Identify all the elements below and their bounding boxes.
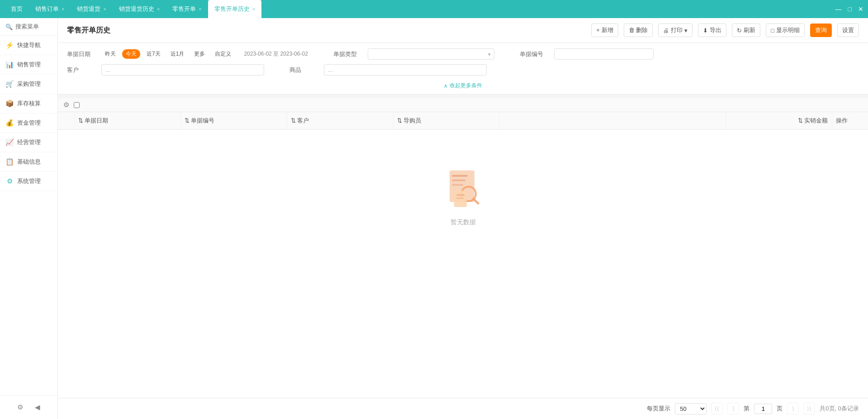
sidebar-item-purchase-mgmt[interactable]: 🛒 采购管理 bbox=[0, 75, 57, 94]
doc-no-input[interactable] bbox=[554, 48, 654, 60]
svg-rect-7 bbox=[456, 194, 465, 196]
total-info: 共0页, 0条记录 bbox=[820, 405, 859, 413]
search-icon: 🔍 bbox=[5, 24, 13, 30]
sales-mgmt-icon: 📊 bbox=[5, 61, 14, 69]
page-title: 零售开单历史 bbox=[67, 26, 110, 35]
sidebar-item-ops-mgmt-label: 经营管理 bbox=[17, 138, 41, 146]
th-amount[interactable]: ⇅ 实销金额 bbox=[726, 112, 832, 130]
sidebar-item-ops-mgmt[interactable]: 📈 经营管理 bbox=[0, 133, 57, 152]
date-btn-1month[interactable]: 近1月 bbox=[167, 49, 188, 59]
tab-sales-order-close[interactable]: × bbox=[62, 6, 64, 12]
tab-sales-return[interactable]: 销货退货 × bbox=[71, 0, 112, 18]
last-page-button[interactable]: ⟩⟩ bbox=[803, 403, 815, 414]
date-btn-custom[interactable]: 自定义 bbox=[211, 49, 235, 59]
close-icon[interactable]: ✕ bbox=[858, 5, 863, 13]
sidebar: 🔍 搜索菜单 ⚡ 快捷导航 📊 销售管理 🛒 采购管理 📦 库存核算 💰 资金管… bbox=[0, 18, 58, 419]
th-doc-no[interactable]: ⇅ 单据编号 bbox=[180, 112, 287, 130]
table-settings-icon[interactable]: ⚙ bbox=[63, 101, 69, 109]
tab-sales-order[interactable]: 销售订单 × bbox=[29, 0, 71, 18]
sidebar-settings-icon[interactable]: ⚙ bbox=[14, 401, 27, 414]
date-btn-yesterday[interactable]: 昨天 bbox=[101, 49, 119, 59]
goods-select-btn[interactable]: ... bbox=[324, 64, 487, 75]
date-btn-7days[interactable]: 近7天 bbox=[143, 49, 164, 59]
delete-button[interactable]: 🗑 删除 bbox=[624, 24, 653, 37]
print-arrow-icon: ▾ bbox=[684, 27, 688, 34]
query-button[interactable]: 查询 bbox=[810, 24, 832, 37]
display-detail-button[interactable]: □ 显示明细 bbox=[766, 24, 805, 37]
current-page-input[interactable]: 1 bbox=[754, 404, 772, 414]
select-all-checkbox[interactable] bbox=[74, 102, 80, 108]
date-btn-today[interactable]: 今天 bbox=[122, 49, 140, 59]
display-detail-label: 显示明细 bbox=[776, 26, 800, 34]
collapse-bar[interactable]: ∧ 收起更多条件 bbox=[67, 80, 859, 90]
svg-line-5 bbox=[474, 199, 478, 203]
first-page-button[interactable]: ⟨⟨ bbox=[711, 403, 723, 414]
tab-sales-return-label: 销货退货 bbox=[77, 5, 100, 13]
print-button[interactable]: 🖨 打印 ▾ bbox=[658, 24, 693, 37]
maximize-icon[interactable]: □ bbox=[848, 5, 852, 13]
tab-retail-open-history[interactable]: 零售开单历史 × bbox=[208, 0, 261, 18]
next-page-button[interactable]: ⟩ bbox=[787, 403, 799, 414]
th-doc-date[interactable]: ⇅ 单据日期 bbox=[74, 112, 180, 130]
sidebar-item-basic-info[interactable]: 📋 基础信息 bbox=[0, 152, 57, 172]
date-filter-label: 单据日期 bbox=[67, 50, 94, 58]
sidebar-item-quick-nav[interactable]: ⚡ 快捷导航 bbox=[0, 36, 57, 55]
toolbar: + 新增 🗑 删除 🖨 打印 ▾ ⬇ 导出 ↻ 刷新 □ 显示明细 bbox=[591, 24, 859, 37]
refresh-button[interactable]: ↻ 刷新 bbox=[732, 24, 760, 37]
date-btn-more[interactable]: 更多 bbox=[190, 49, 209, 59]
svg-rect-8 bbox=[456, 198, 463, 199]
prev-page-button[interactable]: ⟨ bbox=[727, 403, 739, 414]
data-table: ⇅ 单据日期 ⇅ 单据编号 ⇅ 客户 ⇅ 导购员 bbox=[58, 112, 868, 130]
minimize-icon[interactable]: — bbox=[835, 5, 842, 13]
th-doc-no-label: ⇅ 单据编号 bbox=[185, 117, 215, 124]
finance-icon: 💰 bbox=[5, 119, 14, 127]
doc-type-select[interactable] bbox=[368, 48, 494, 60]
sidebar-item-finance[interactable]: 💰 资金管理 bbox=[0, 113, 57, 133]
th-empty bbox=[499, 112, 726, 130]
tab-retail-open-close[interactable]: × bbox=[199, 6, 201, 12]
display-detail-icon: □ bbox=[771, 27, 774, 34]
tab-retail-open[interactable]: 零售开单 × bbox=[166, 0, 208, 18]
export-button[interactable]: ⬇ 导出 bbox=[698, 24, 726, 37]
sidebar-item-inventory-label: 库存核算 bbox=[17, 99, 41, 108]
print-label: 打印 bbox=[671, 26, 683, 34]
tab-sales-order-label: 销售订单 bbox=[35, 5, 59, 13]
goods-filter-label: 商品 bbox=[289, 66, 317, 74]
th-checkbox bbox=[58, 112, 74, 130]
refresh-label: 刷新 bbox=[744, 26, 755, 34]
page-suffix-label: 页 bbox=[777, 405, 783, 413]
customer-filter-label: 客户 bbox=[67, 66, 94, 74]
collapse-icon: ∧ bbox=[444, 83, 448, 89]
ops-mgmt-icon: 📈 bbox=[5, 138, 14, 146]
svg-rect-2 bbox=[452, 179, 465, 181]
svg-rect-3 bbox=[452, 184, 463, 186]
table-toolbar: ⚙ bbox=[58, 98, 868, 112]
customer-select-btn[interactable]: ... bbox=[101, 64, 264, 75]
tab-sales-return-history[interactable]: 销货退货历史 × bbox=[113, 0, 166, 18]
add-button[interactable]: + 新增 bbox=[591, 24, 618, 37]
th-customer[interactable]: ⇅ 客户 bbox=[287, 112, 393, 130]
pagination: 每页显示 50 100 200 ⟨⟨ ⟨ 第 1 页 ⟩ ⟩⟩ 共0页, 0条记… bbox=[58, 398, 868, 419]
tab-sales-return-history-close[interactable]: × bbox=[157, 6, 160, 12]
sidebar-item-sales-mgmt[interactable]: 📊 销售管理 bbox=[0, 55, 57, 75]
doc-type-select-wrapper bbox=[368, 48, 494, 60]
page-header: 零售开单历史 + 新增 🗑 删除 🖨 打印 ▾ ⬇ 导出 ↻ 刷新 bbox=[58, 18, 868, 43]
empty-text: 暂无数据 bbox=[451, 218, 476, 226]
settings-button[interactable]: 设置 bbox=[837, 24, 859, 37]
per-page-select[interactable]: 50 100 200 bbox=[675, 403, 707, 414]
top-tabbar: 首页 销售订单 × 销货退货 × 销货退货历史 × 零售开单 × 零售开单历史 … bbox=[0, 0, 868, 18]
tab-sales-return-close[interactable]: × bbox=[103, 6, 106, 12]
inventory-icon: 📦 bbox=[5, 99, 14, 108]
sidebar-item-inventory[interactable]: 📦 库存核算 bbox=[0, 94, 57, 113]
tab-home[interactable]: 首页 bbox=[5, 0, 29, 18]
sidebar-search[interactable]: 🔍 搜索菜单 bbox=[0, 18, 57, 36]
filter-area: 单据日期 昨天 今天 近7天 近1月 更多 自定义 2023-06-02 至 2… bbox=[58, 43, 868, 94]
sidebar-collapse-icon[interactable]: ◀ bbox=[31, 401, 44, 414]
empty-state: 暂无数据 bbox=[58, 130, 868, 263]
sidebar-item-sales-mgmt-label: 销售管理 bbox=[17, 61, 41, 69]
tab-retail-open-history-close[interactable]: × bbox=[252, 6, 255, 12]
sidebar-item-sys-mgmt[interactable]: ⚙ 系统管理 bbox=[0, 172, 57, 191]
th-doc-date-label: ⇅ 单据日期 bbox=[78, 117, 109, 124]
th-guide[interactable]: ⇅ 导购员 bbox=[393, 112, 499, 130]
table-container: ⇅ 单据日期 ⇅ 单据编号 ⇅ 客户 ⇅ 导购员 bbox=[58, 112, 868, 398]
